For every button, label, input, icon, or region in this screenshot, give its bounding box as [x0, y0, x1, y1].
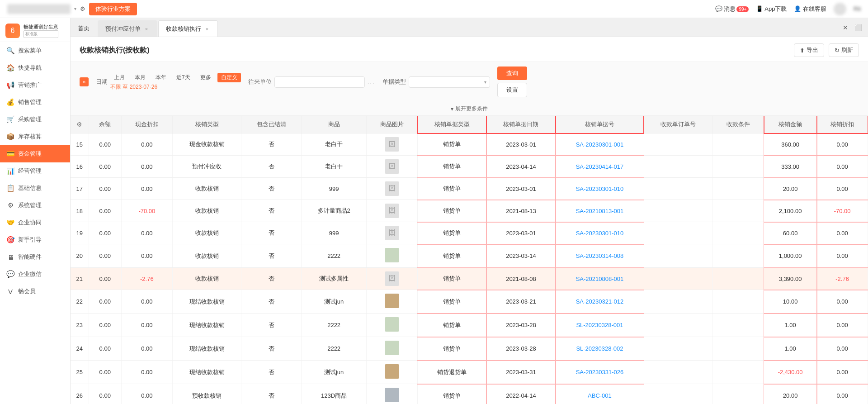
expand-more-label: 展开更多条件	[455, 105, 488, 113]
table-wrap[interactable]: ⚙ 余额 现金折扣 核销类型 包含已结清 商品 商品图片 核销单据类型 核销单据…	[71, 116, 868, 404]
trial-btn[interactable]: 体验行业方案	[89, 3, 137, 15]
sidebar-label-sales: 销售管理	[18, 98, 42, 106]
sidebar-item-purchase[interactable]: 🛒 采购管理	[0, 111, 70, 128]
query-button[interactable]: 查询	[497, 67, 527, 80]
export-button[interactable]: ⬆ 导出	[794, 43, 824, 57]
expand-more-bar: ▾ 展开更多条件	[71, 102, 868, 116]
sidebar-item-hardware[interactable]: 🖥 智能硬件	[0, 248, 70, 266]
search-icon: 🔍	[6, 47, 14, 55]
tab-home[interactable]: 首页	[71, 20, 97, 37]
inventory-icon: 📦	[6, 133, 14, 141]
date-range-text: 不限 至 2023-07-26	[110, 83, 241, 91]
page-header: 收款核销执行(按收款) ⬆ 导出 ↻ 刷新	[71, 37, 868, 62]
tab-prepay-close[interactable]: ×	[143, 26, 150, 32]
settings-icon: ⚙	[76, 121, 82, 128]
refresh-button[interactable]: ↻ 刷新	[829, 43, 859, 57]
app-layout: 6 畅捷通谱好生意 标准版 🔍 搜索菜单 🏠 快捷导航 📢 营销推广 💰 销售管…	[0, 18, 868, 404]
bill-type-select[interactable]	[409, 76, 490, 88]
date-label: 日期	[96, 78, 108, 86]
chevron-down-icon[interactable]: ▾	[74, 6, 76, 11]
sidebar-label-finance: 资金管理	[18, 150, 42, 158]
sidebar-label-search: 搜索菜单	[18, 47, 42, 55]
marketing-icon: 📢	[6, 81, 14, 89]
member-icon: V	[6, 288, 14, 295]
export-icon: ⬆	[800, 47, 805, 54]
th-verify-amount: 核销金额	[764, 116, 817, 133]
counterparty-input[interactable]	[274, 76, 365, 88]
sidebar-item-wechat[interactable]: 💬 企业微信	[0, 266, 70, 283]
chevron-down-icon2: ▾	[451, 106, 453, 112]
tab-bar: 首页 预付冲应付单 × 收款核销执行 × ✕ ⬜	[71, 18, 868, 37]
table-row: 150.000.00现金收款核销否老白干🖼销货单2023-03-01SA-202…	[71, 133, 868, 156]
tab-close-btn[interactable]: ✕	[841, 23, 850, 32]
table-header-row: ⚙ 余额 现金折扣 核销类型 包含已结清 商品 商品图片 核销单据类型 核销单据…	[71, 116, 868, 133]
sidebar-label-basic-info: 基础信息	[18, 184, 42, 192]
system-icon: ⚙	[6, 201, 14, 209]
tab-prepay[interactable]: 预付冲应付单 ×	[98, 20, 157, 37]
hardware-icon: 🖥	[6, 253, 14, 261]
mgmt-icon: 📊	[6, 167, 14, 175]
th-bill-type: 核销单据类型	[417, 116, 486, 133]
table-row: 210.00-2.76收款核销否测试多属性🖼销货单2021-08-08SA-20…	[71, 268, 868, 290]
table-row: 180.00-70.00收款核销否多计量商品2🖼销货单2021-08-13SA-…	[71, 200, 868, 222]
th-verify-type: 核销类型	[172, 116, 241, 133]
sidebar-item-management[interactable]: 📊 经营管理	[0, 162, 70, 180]
th-receipt-cond: 收款条件	[713, 116, 764, 133]
th-bill-date: 核销单据日期	[486, 116, 556, 133]
page-title: 收款核销执行(按收款)	[80, 46, 150, 55]
sidebar-item-guide[interactable]: 🎯 新手引导	[0, 231, 70, 248]
sidebar-item-collab[interactable]: 🤝 企业协同	[0, 214, 70, 231]
purchase-icon: 🛒	[6, 115, 14, 124]
wechat-icon: 💬	[6, 270, 14, 278]
table-row: 260.000.00预收款核销否123D商品销货单2022-04-14ABC-0…	[71, 384, 868, 404]
top-bar-right: 💬 消息99+ 📱 App下载 👤 在线客服 Rit	[715, 3, 861, 15]
th-settings[interactable]: ⚙	[71, 116, 89, 133]
filter-bar: » 日期 上月 本月 本年 近7天 更多 自定义 不限 至 2023-07-26	[71, 62, 868, 102]
sidebar-item-marketing[interactable]: 📢 营销推广	[0, 76, 70, 94]
refresh-icon: ↻	[835, 47, 840, 54]
sidebar-label-purchase: 采购管理	[18, 115, 42, 124]
tab-verify[interactable]: 收款核销执行 ×	[158, 20, 218, 37]
table-row: 220.000.00现结收款核销否测试jun销货单2023-03-21SA-20…	[71, 290, 868, 314]
th-verify-discount: 核销折扣	[817, 116, 868, 133]
online-service-btn[interactable]: 👤 在线客服	[794, 5, 826, 13]
home-icon: 🏠	[6, 64, 14, 72]
filter-counterparty-group: 往来单位 ...	[248, 76, 375, 88]
sidebar-item-inventory[interactable]: 📦 库存核算	[0, 128, 70, 145]
sales-icon: 💰	[6, 98, 14, 106]
sidebar-item-member[interactable]: V 畅会员	[0, 283, 70, 300]
tab-verify-close[interactable]: ×	[204, 26, 210, 32]
sidebar-item-search[interactable]: 🔍 搜索菜单	[0, 42, 70, 59]
settings-button[interactable]: 设置	[497, 83, 527, 97]
tab-expand-btn[interactable]: ⬜	[854, 23, 863, 32]
sidebar-item-basic-info[interactable]: 📋 基础信息	[0, 180, 70, 197]
date-opt-this-year[interactable]: 本年	[152, 73, 170, 82]
gear-icon[interactable]: ⚙	[80, 5, 85, 12]
message-btn[interactable]: 💬 消息99+	[715, 5, 749, 13]
sidebar: 6 畅捷通谱好生意 标准版 🔍 搜索菜单 🏠 快捷导航 📢 营销推广 💰 销售管…	[0, 18, 71, 404]
page-content: 收款核销执行(按收款) ⬆ 导出 ↻ 刷新 » 日期	[71, 37, 868, 404]
filter-date-group: 日期 上月 本月 本年 近7天 更多 自定义 不限 至 2023-07-26	[96, 73, 241, 91]
date-opt-custom[interactable]: 自定义	[217, 73, 241, 82]
filter-expand-button[interactable]: »	[80, 77, 89, 86]
avatar[interactable]	[834, 3, 846, 15]
sidebar-label-hardware: 智能硬件	[18, 253, 42, 261]
app-download-btn[interactable]: 📱 App下载	[756, 5, 787, 13]
filter-dots: ...	[368, 79, 375, 86]
date-options: 上月 本月 本年 近7天 更多 自定义	[110, 73, 241, 82]
sidebar-label-guide: 新手引导	[18, 236, 42, 244]
sidebar-item-finance[interactable]: 💳 资金管理	[0, 145, 70, 162]
th-include-settled: 包含已结清	[241, 116, 302, 133]
tab-bar-right: ✕ ⬜	[841, 18, 868, 37]
sidebar-item-nav[interactable]: 🏠 快捷导航	[0, 59, 70, 76]
expand-more-button[interactable]: ▾ 展开更多条件	[451, 105, 488, 113]
date-opt-more[interactable]: 更多	[197, 73, 215, 82]
sidebar-item-sales[interactable]: 💰 销售管理	[0, 94, 70, 111]
sidebar-label-wechat: 企业微信	[18, 270, 42, 278]
th-cash-discount: 现金折扣	[122, 116, 173, 133]
date-opt-7days[interactable]: 近7天	[173, 73, 194, 82]
date-opt-last-month[interactable]: 上月	[110, 73, 128, 82]
top-bar: ▾ ⚙ 体验行业方案 💬 消息99+ 📱 App下载 👤 在线客服 Rit	[0, 0, 868, 18]
sidebar-item-system[interactable]: ⚙ 系统管理	[0, 197, 70, 214]
date-opt-this-month[interactable]: 本月	[131, 73, 149, 82]
